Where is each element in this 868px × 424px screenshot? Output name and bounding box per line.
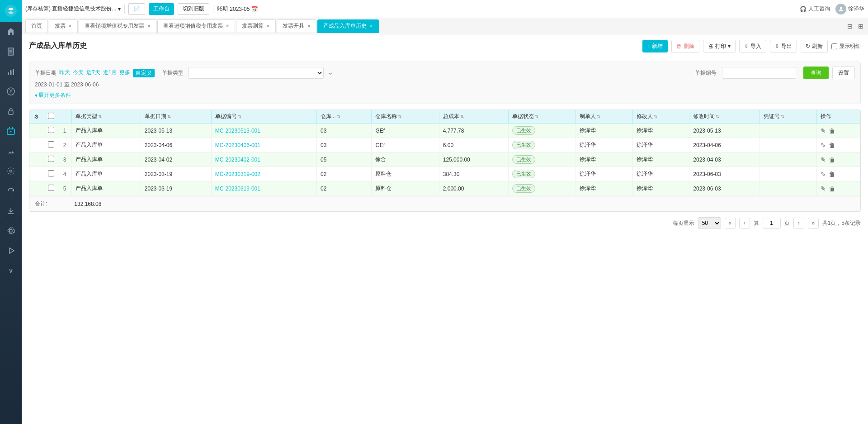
gear-icon[interactable]: ⚙ xyxy=(34,114,39,120)
topbar-doc-btn[interactable]: 📄 xyxy=(128,3,145,15)
last-page-button[interactable]: » xyxy=(808,218,819,229)
row-checkbox[interactable] xyxy=(48,185,54,191)
help-button[interactable]: 🎧 人工咨询 xyxy=(800,5,830,13)
tab-invoice-open-close[interactable]: ✕ xyxy=(307,24,311,29)
row-number-anchor[interactable]: MC-20230319-002 xyxy=(215,171,260,177)
filter-today[interactable]: 今天 xyxy=(73,69,84,77)
tab-invoice-close[interactable]: ✕ xyxy=(68,24,72,29)
th-warehouse-code[interactable]: 仓库...⇅ xyxy=(316,110,371,124)
sidebar-item-report[interactable] xyxy=(0,141,22,161)
sidebar-item-inventory[interactable] xyxy=(0,121,22,141)
th-modify-time[interactable]: 修改时间⇅ xyxy=(689,110,760,124)
tab-check-input[interactable]: 查看进项增值税专用发票 ✕ xyxy=(157,19,235,33)
import-button[interactable]: ⇩ 导入 xyxy=(739,40,766,52)
th-type[interactable]: 单据类型⇅ xyxy=(71,110,141,124)
th-modifier[interactable]: 修改人⇅ xyxy=(632,110,689,124)
current-page-input[interactable] xyxy=(763,218,781,229)
filter-1month[interactable]: 近1月 xyxy=(103,69,117,77)
user-profile[interactable]: 徐泽华 xyxy=(835,4,864,14)
row-number-link[interactable]: MC-20230402-001 xyxy=(211,152,316,167)
next-page-button[interactable]: › xyxy=(793,218,804,229)
filter-type-select[interactable] xyxy=(188,67,324,79)
export-button[interactable]: ⇧ 导出 xyxy=(770,40,797,52)
sidebar-item-v[interactable]: V xyxy=(0,261,22,281)
sidebar-item-settings2[interactable] xyxy=(0,161,22,181)
tab-invoice-calc-close[interactable]: ✕ xyxy=(266,24,270,29)
row-edit-icon[interactable]: ✎ xyxy=(821,127,826,134)
row-number-anchor[interactable]: MC-20230319-001 xyxy=(215,186,260,192)
tab-minimize-button[interactable]: ⊟ xyxy=(846,22,854,31)
row-delete-icon[interactable]: 🗑 xyxy=(829,156,835,163)
tab-home[interactable]: 首页 xyxy=(25,19,48,33)
row-delete-icon[interactable]: 🗑 xyxy=(829,127,835,134)
row-checkbox[interactable] xyxy=(48,156,54,162)
row-checkbox-cell[interactable] xyxy=(44,167,58,181)
th-checkbox[interactable] xyxy=(44,110,58,124)
tab-check-input-close[interactable]: ✕ xyxy=(226,24,229,29)
tab-maximize-button[interactable]: ⊞ xyxy=(857,22,864,31)
row-checkbox-cell[interactable] xyxy=(44,124,58,138)
sidebar-item-money[interactable]: ¥ xyxy=(0,81,22,101)
sidebar-item-play[interactable] xyxy=(0,241,22,261)
prev-page-button[interactable]: ‹ xyxy=(739,218,750,229)
row-checkbox-cell[interactable] xyxy=(44,181,58,196)
switch-version-button[interactable]: 切到旧版 xyxy=(178,3,209,15)
tab-invoice-open[interactable]: 发票开具 ✕ xyxy=(277,19,316,33)
row-number-anchor[interactable]: MC-20230402-001 xyxy=(215,157,260,163)
tab-product-history-close[interactable]: ✕ xyxy=(369,24,373,29)
print-button[interactable]: 🖨 打印 ▾ xyxy=(703,40,736,52)
row-delete-icon[interactable]: 🗑 xyxy=(829,171,835,178)
row-number-anchor[interactable]: MC-20230513-001 xyxy=(215,128,260,134)
row-checkbox[interactable] xyxy=(48,141,54,148)
row-edit-icon[interactable]: ✎ xyxy=(821,185,826,192)
row-number-link[interactable]: MC-20230513-001 xyxy=(211,124,316,138)
per-page-select[interactable]: 50 100 xyxy=(698,217,721,229)
filter-7days[interactable]: 近7天 xyxy=(86,69,100,77)
row-checkbox[interactable] xyxy=(48,170,54,176)
select-all-checkbox[interactable] xyxy=(48,113,54,119)
row-edit-icon[interactable]: ✎ xyxy=(821,156,826,163)
expand-more-button[interactable]: ▾ 展开更多条件 xyxy=(35,91,855,99)
row-number-anchor[interactable]: MC-20230406-001 xyxy=(215,142,260,148)
filter-type-clear-icon[interactable]: ⌄ xyxy=(327,67,334,76)
tab-invoice[interactable]: 发票 ✕ xyxy=(49,19,78,33)
period-calendar-icon[interactable]: 📅 xyxy=(251,6,258,12)
sidebar-item-home[interactable] xyxy=(0,22,22,42)
first-page-button[interactable]: « xyxy=(725,218,736,229)
delete-button[interactable]: 🗑 删除 xyxy=(671,40,699,52)
app-logo[interactable] xyxy=(0,0,22,22)
row-number-link[interactable]: MC-20230406-001 xyxy=(211,138,316,152)
row-edit-icon[interactable]: ✎ xyxy=(821,171,826,178)
th-number[interactable]: 单据编号⇅ xyxy=(211,110,316,124)
th-voucher[interactable]: 凭证号⇅ xyxy=(760,110,816,124)
sidebar-item-gear[interactable] xyxy=(0,221,22,241)
filter-custom[interactable]: 自定义 xyxy=(133,69,155,77)
tab-check-output-close[interactable]: ✕ xyxy=(147,24,151,29)
sidebar-item-refresh2[interactable] xyxy=(0,181,22,201)
row-checkbox[interactable] xyxy=(48,127,54,133)
new-button[interactable]: + 新增 xyxy=(642,40,668,52)
sidebar-item-document[interactable] xyxy=(0,42,22,62)
row-number-link[interactable]: MC-20230319-001 xyxy=(211,181,316,196)
th-status[interactable]: 单据状态⇅ xyxy=(509,110,576,124)
tab-product-history[interactable]: 产成品入库单历史 ✕ xyxy=(317,19,379,33)
filter-number-input[interactable] xyxy=(722,67,796,79)
query-button[interactable]: 查询 xyxy=(803,67,829,79)
setting-button[interactable]: 设置 xyxy=(832,67,855,79)
company-selector[interactable]: (库存核算) 直播轻捷通信息技术股份... ▾ xyxy=(25,5,121,13)
th-creator[interactable]: 制单人⇅ xyxy=(576,110,632,124)
th-settings[interactable]: ⚙ xyxy=(29,110,44,124)
row-delete-icon[interactable]: 🗑 xyxy=(829,185,835,192)
refresh-button[interactable]: ↻ 刷新 xyxy=(801,40,828,52)
row-delete-icon[interactable]: 🗑 xyxy=(829,142,835,149)
row-number-link[interactable]: MC-20230319-002 xyxy=(211,167,316,181)
sidebar-item-download[interactable] xyxy=(0,201,22,221)
row-edit-icon[interactable]: ✎ xyxy=(821,142,826,149)
th-warehouse-name[interactable]: 仓库名称⇅ xyxy=(372,110,439,124)
filter-yesterday[interactable]: 昨天 xyxy=(59,69,70,77)
sidebar-item-chart[interactable] xyxy=(0,62,22,81)
workbench-button[interactable]: 工作台 xyxy=(149,3,174,15)
display-detail-input[interactable] xyxy=(831,43,837,49)
th-total-cost[interactable]: 总成本⇅ xyxy=(439,110,508,124)
row-checkbox-cell[interactable] xyxy=(44,152,58,167)
